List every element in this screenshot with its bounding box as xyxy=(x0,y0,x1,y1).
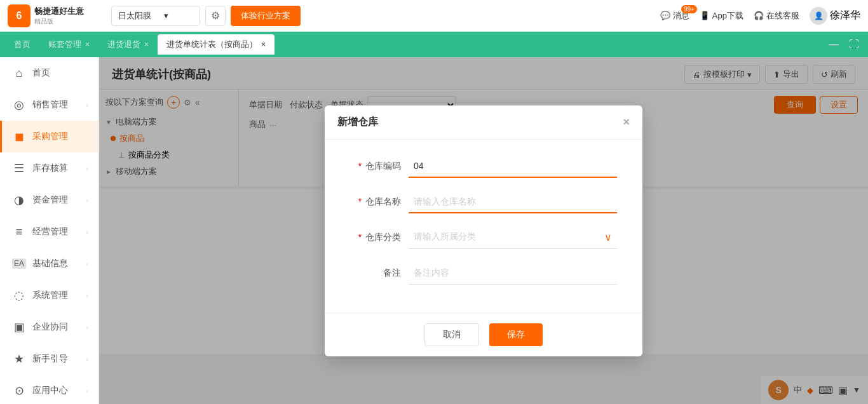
sidebar-item-basic[interactable]: EA 基础信息 › xyxy=(0,248,98,279)
modal-close-button[interactable]: × xyxy=(623,116,630,129)
sidebar-home-label: 首页 xyxy=(32,67,50,79)
chevron-right-icon-8: › xyxy=(86,356,88,363)
tab-home-label: 首页 xyxy=(14,39,31,50)
gear-icon: ⚙ xyxy=(211,10,220,22)
sidebar-inventory-label: 库存核算 xyxy=(32,163,68,174)
cancel-button[interactable]: 取消 xyxy=(424,323,479,346)
sidebar-system-label: 系统管理 xyxy=(32,290,68,301)
warehouse-category-label: * 仓库分类 xyxy=(350,232,401,243)
category-placeholder: 请输入所属分类 xyxy=(414,231,476,243)
code-label-text: 仓库编码 xyxy=(365,161,401,171)
top-actions: 💬 消息 99+ 📱 App下载 🎧 在线客服 👤 徐泽华 xyxy=(660,7,860,25)
tab-purchase-return-label: 进货退货 xyxy=(107,39,140,50)
operation-icon: ≡ xyxy=(12,226,26,239)
logo-title: 畅捷通好生意 xyxy=(34,6,84,17)
warehouse-name-input[interactable] xyxy=(409,191,617,213)
tab-purchase-return-close[interactable]: × xyxy=(144,40,149,49)
sidebar-basic-label: 基础信息 xyxy=(32,258,68,269)
tab-purchase-stat[interactable]: 进货单统计表（按商品） × xyxy=(158,34,275,55)
warehouse-category-select[interactable]: 请输入所属分类 ∨ xyxy=(409,226,617,249)
sidebar-app-label: 应用中心 xyxy=(32,385,68,396)
sidebar-operation-label: 经营管理 xyxy=(32,226,68,238)
logo-badge: 精品版 xyxy=(34,17,84,26)
app-label: App下载 xyxy=(712,10,743,22)
service-button[interactable]: 🎧 在线客服 xyxy=(754,10,799,22)
enterprise-icon: ▣ xyxy=(12,320,26,334)
sidebar-enterprise-label: 企业协同 xyxy=(32,321,68,333)
content-area: 进货单统计(按商品) 🖨 按模板打印 ▾ ⬆ 导出 ↺ 刷新 xyxy=(99,57,868,404)
app-download-button[interactable]: 📱 App下载 xyxy=(700,10,743,22)
logo-icon: 6 xyxy=(8,4,31,27)
category-chevron-icon: ∨ xyxy=(604,231,612,243)
sidebar-item-finance[interactable]: ◑ 资金管理 › xyxy=(0,184,98,216)
warehouse-code-input[interactable] xyxy=(409,155,617,178)
modal-title: 新增仓库 xyxy=(337,116,378,129)
modal-body: * 仓库编码 * 仓库名称 xyxy=(325,140,642,313)
chevron-right-icon: › xyxy=(86,102,88,109)
warehouse-note-input[interactable] xyxy=(409,262,617,285)
settings-button[interactable]: ⚙ xyxy=(205,6,226,26)
app-icon: ⊙ xyxy=(12,384,26,398)
chevron-right-icon-5: › xyxy=(86,260,88,267)
sidebar-item-guide[interactable]: ★ 新手引导 › xyxy=(0,343,98,375)
sidebar-item-inventory[interactable]: ☰ 库存核算 › xyxy=(0,152,98,184)
store-name: 日太阳膜 xyxy=(118,10,151,22)
new-warehouse-modal: 新增仓库 × * 仓库编码 xyxy=(325,105,642,356)
chevron-right-icon-2: › xyxy=(86,165,88,172)
tab-purchase-stat-close[interactable]: × xyxy=(261,40,266,49)
chevron-right-icon-4: › xyxy=(86,229,88,236)
tab-purchase-stat-label: 进货单统计表（按商品） xyxy=(166,39,257,50)
tab-home[interactable]: 首页 xyxy=(5,34,39,55)
guide-icon: ★ xyxy=(12,352,26,366)
tab-account[interactable]: 账套管理 × xyxy=(39,34,98,55)
modal-footer: 取消 保存 xyxy=(325,313,642,356)
trial-button[interactable]: 体验行业方案 xyxy=(231,6,301,26)
finance-icon: ◑ xyxy=(12,193,26,207)
top-bar: 6 畅捷通好生意 精品版 日太阳膜 ▾ ⚙ 体验行业方案 💬 消息 99+ 📱 … xyxy=(0,0,868,32)
note-label-text: 备注 xyxy=(383,267,401,278)
sales-icon: ◎ xyxy=(12,98,26,112)
main-layout: ⌂ 首页 ◎ 销售管理 › ◼ 采购管理 ☰ 库存核算 › ◑ 资金管理 › ≡… xyxy=(0,57,868,404)
tab-purchase-return[interactable]: 进货退货 × xyxy=(98,34,158,55)
logo-text: 畅捷通好生意 精品版 xyxy=(34,6,84,26)
warehouse-note-label: 备注 xyxy=(350,267,401,279)
user-avatar-area[interactable]: 👤 徐泽华 xyxy=(810,7,860,25)
basic-icon: EA xyxy=(12,259,26,269)
store-selector[interactable]: 日太阳膜 ▾ xyxy=(111,6,200,26)
chevron-down-icon: ▾ xyxy=(164,11,168,20)
sidebar-guide-label: 新手引导 xyxy=(32,353,68,365)
purchase-icon: ◼ xyxy=(12,130,26,144)
sidebar-item-operation[interactable]: ≡ 经营管理 › xyxy=(0,216,98,248)
required-star-1: * xyxy=(358,161,362,171)
inventory-icon: ☰ xyxy=(12,161,26,175)
sidebar-item-enterprise[interactable]: ▣ 企业协同 › xyxy=(0,311,98,343)
username-label: 徐泽华 xyxy=(830,9,860,22)
tab-controls: — ⛶ xyxy=(825,37,863,51)
save-button[interactable]: 保存 xyxy=(489,323,543,346)
category-label-text: 仓库分类 xyxy=(365,232,401,242)
sidebar-item-sales[interactable]: ◎ 销售管理 › xyxy=(0,89,98,121)
headset-icon: 🎧 xyxy=(754,11,764,20)
warehouse-code-label: * 仓库编码 xyxy=(350,161,401,172)
required-star-2: * xyxy=(358,196,362,206)
message-badge: 99+ xyxy=(681,5,697,13)
sidebar-finance-label: 资金管理 xyxy=(32,194,68,206)
name-label-text: 仓库名称 xyxy=(365,196,401,206)
warehouse-name-label: * 仓库名称 xyxy=(350,196,401,208)
fullscreen-tab-button[interactable]: ⛶ xyxy=(845,37,863,51)
sidebar-item-home[interactable]: ⌂ 首页 xyxy=(0,57,98,89)
chevron-right-icon-6: › xyxy=(86,292,88,299)
sidebar-item-app[interactable]: ⊙ 应用中心 › xyxy=(0,375,98,404)
chevron-right-icon-3: › xyxy=(86,197,88,204)
minimize-tab-button[interactable]: — xyxy=(825,37,843,51)
modal-overlay[interactable]: 新增仓库 × * 仓库编码 xyxy=(99,57,868,404)
message-button[interactable]: 💬 消息 99+ xyxy=(660,10,689,22)
chevron-right-icon-7: › xyxy=(86,324,88,331)
sidebar-item-purchase[interactable]: ◼ 采购管理 xyxy=(0,121,98,152)
tab-account-close[interactable]: × xyxy=(85,40,90,49)
warehouse-name-row: * 仓库名称 xyxy=(350,191,617,213)
home-icon: ⌂ xyxy=(12,67,26,80)
service-label: 在线客服 xyxy=(766,10,799,22)
sidebar-sales-label: 销售管理 xyxy=(32,99,68,111)
sidebar-item-system[interactable]: ◌ 系统管理 › xyxy=(0,279,98,311)
